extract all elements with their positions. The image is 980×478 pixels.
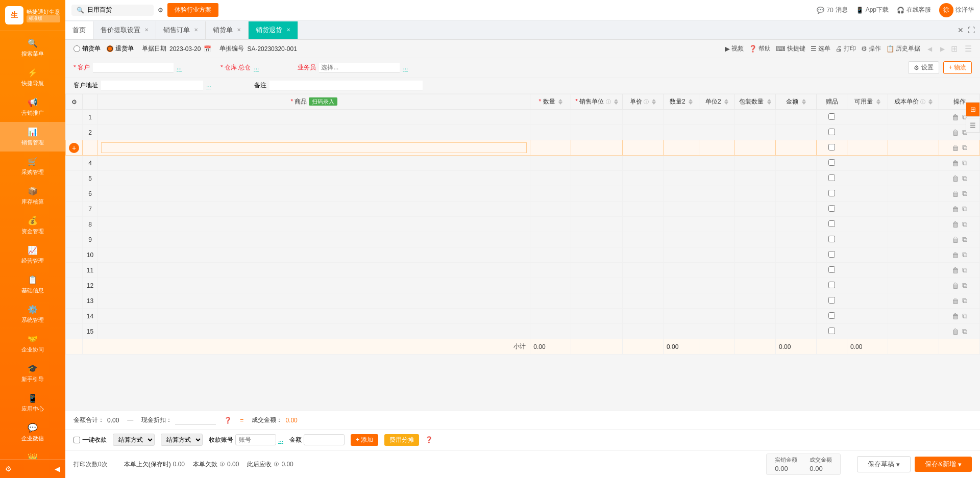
sidebar-item-guide[interactable]: 🎓 新手引导 (0, 359, 65, 388)
operation-action[interactable]: ⚙ 操作 (861, 44, 881, 53)
row-avail[interactable] (847, 202, 888, 217)
row-product[interactable] (98, 309, 530, 324)
sidebar-item-operations[interactable]: 📈 经营管理 (0, 240, 65, 270)
row-cost[interactable] (888, 186, 939, 202)
row-qty2[interactable] (664, 293, 699, 309)
gift-checkbox[interactable] (828, 144, 835, 150)
row-unit2[interactable] (699, 186, 735, 202)
row-avail[interactable] (847, 186, 888, 202)
row-amount[interactable] (776, 171, 817, 186)
payment-help-icon[interactable]: ❓ (425, 436, 433, 443)
salesperson-select-link[interactable]: ... (403, 64, 408, 71)
row-product[interactable] (98, 186, 530, 202)
row-unit[interactable] (571, 125, 623, 140)
row-unit2[interactable] (699, 125, 735, 140)
row-qty[interactable] (530, 263, 571, 278)
delete-icon[interactable]: 🗑 (952, 174, 959, 183)
row-avail[interactable] (847, 156, 888, 171)
settings-button[interactable]: ⚙ (5, 465, 12, 473)
row-product[interactable] (98, 156, 530, 171)
row-unit2[interactable] (699, 171, 735, 186)
row-pkg[interactable] (735, 125, 776, 140)
row-pkg[interactable] (735, 247, 776, 263)
copy-icon[interactable]: ⧉ (962, 174, 967, 183)
row-amount[interactable] (776, 293, 817, 309)
row-cost[interactable] (888, 263, 939, 278)
customer-input[interactable] (93, 63, 174, 72)
one-click-input[interactable] (74, 437, 80, 443)
row-gift[interactable] (817, 324, 847, 339)
row-unit[interactable] (571, 278, 623, 293)
gift-checkbox[interactable] (828, 297, 835, 304)
select-action[interactable]: ☰ 选单 (811, 44, 830, 53)
row-product[interactable] (98, 110, 530, 125)
row-qty2[interactable] (664, 125, 699, 140)
row-cost[interactable] (888, 247, 939, 263)
row-qty[interactable] (530, 156, 571, 171)
row-gift[interactable] (817, 202, 847, 217)
row-cost[interactable] (888, 232, 939, 247)
calendar-icon[interactable]: 📅 (204, 45, 211, 53)
row-cost[interactable] (888, 156, 939, 171)
row-qty[interactable] (530, 202, 571, 217)
delete-icon[interactable]: 🗑 (952, 297, 959, 305)
row-unit[interactable] (571, 247, 623, 263)
row-product[interactable] (98, 263, 530, 278)
row-qty[interactable] (530, 324, 571, 339)
shortcut-action[interactable]: ⌨ 快捷键 (776, 44, 805, 53)
close-icon[interactable]: ✕ (194, 27, 198, 33)
radio-input[interactable] (74, 45, 80, 52)
copy-icon[interactable]: ⧉ (962, 143, 967, 152)
row-qty[interactable] (530, 171, 571, 186)
row-qty2[interactable] (664, 202, 699, 217)
row-cost[interactable] (888, 278, 939, 293)
row-price[interactable] (623, 217, 664, 232)
row-qty[interactable] (530, 125, 571, 140)
delete-icon[interactable]: 🗑 (952, 251, 959, 259)
copy-icon[interactable]: ⧉ (962, 250, 967, 259)
row-gift[interactable] (817, 186, 847, 202)
row-qty[interactable] (530, 278, 571, 293)
gift-checkbox[interactable] (828, 220, 835, 227)
row-amount[interactable] (776, 309, 817, 324)
row-qty2[interactable] (664, 186, 699, 202)
row-qty[interactable] (530, 110, 571, 125)
row-avail[interactable] (847, 217, 888, 232)
sidebar-item-shortcut[interactable]: ⚡ 快捷导航 (0, 63, 65, 92)
row-pkg[interactable] (735, 171, 776, 186)
gift-checkbox[interactable] (828, 251, 835, 258)
tab-price[interactable]: 售价提取设置 ✕ (93, 21, 156, 39)
row-amount[interactable] (776, 324, 817, 339)
row-qty[interactable] (530, 247, 571, 263)
copy-icon[interactable]: ⧉ (962, 205, 967, 213)
list-view-button[interactable]: ☰ (966, 118, 980, 133)
copy-icon[interactable]: ⧉ (962, 220, 967, 229)
sidebar-item-enterprise[interactable]: 🤝 企业协同 (0, 329, 65, 359)
row-amount[interactable] (776, 278, 817, 293)
row-avail[interactable] (847, 309, 888, 324)
address-input[interactable] (101, 81, 203, 90)
row-qty[interactable] (530, 309, 571, 324)
row-pkg[interactable] (735, 202, 776, 217)
row-amount[interactable] (776, 263, 817, 278)
delete-icon[interactable]: 🗑 (952, 205, 959, 213)
row-cost[interactable] (888, 309, 939, 324)
delete-icon[interactable]: 🗑 (952, 266, 959, 274)
row-avail[interactable] (847, 171, 888, 186)
row-qty2[interactable] (664, 110, 699, 125)
gift-checkbox[interactable] (828, 113, 835, 120)
row-gift[interactable] (817, 171, 847, 186)
number-value[interactable]: SA-20230320-001 (247, 45, 297, 53)
row-price[interactable] (623, 202, 664, 217)
row-product[interactable] (98, 140, 530, 156)
online-service-group[interactable]: 🎧 在线客服 (897, 6, 931, 14)
row-pkg[interactable] (735, 293, 776, 309)
row-pkg[interactable] (735, 263, 776, 278)
add-payment-button[interactable]: + 添加 (351, 434, 378, 446)
row-amount[interactable] (776, 186, 817, 202)
sidebar-item-appstore[interactable]: 📱 应用中心 (0, 388, 65, 418)
gift-checkbox[interactable] (828, 328, 835, 334)
close-icon[interactable]: ✕ (237, 27, 241, 33)
radio-input[interactable] (107, 45, 113, 52)
save-new-button[interactable]: 保存&新增 ▾ (915, 457, 972, 472)
